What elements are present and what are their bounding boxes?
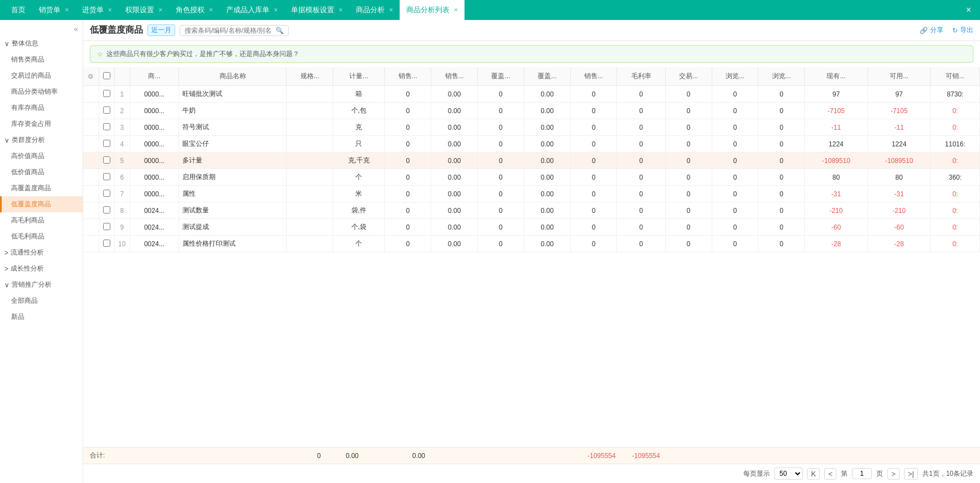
nav-item-商品分析[interactable]: 商品分析× bbox=[349, 0, 400, 20]
sidebar-item-低毛利商品[interactable]: 低毛利商品 bbox=[0, 228, 83, 245]
th-stock2[interactable]: 可用... bbox=[867, 67, 931, 86]
search-icon[interactable]: 🔍 bbox=[275, 27, 284, 34]
nav-item-单据模板设置[interactable]: 单据模板设置× bbox=[284, 0, 349, 20]
browse-link[interactable]: 0 bbox=[733, 157, 737, 165]
sidebar-item-有库存商品[interactable]: 有库存商品 bbox=[0, 100, 83, 116]
nav-close-icon[interactable]: × bbox=[65, 0, 69, 20]
nav-item-进货单[interactable]: 进货单× bbox=[75, 0, 119, 20]
sidebar-item-库存资金占用[interactable]: 库存资金占用 bbox=[0, 116, 83, 132]
row-checkbox[interactable] bbox=[103, 156, 110, 164]
sidebar-item-销售类商品[interactable]: 销售类商品 bbox=[0, 52, 83, 68]
th-sales2[interactable]: 销售... bbox=[431, 67, 478, 86]
browse-link[interactable]: 0 bbox=[733, 174, 737, 181]
row-checkbox[interactable] bbox=[103, 223, 110, 230]
sidebar-group-流通性分析[interactable]: >流通性分析 bbox=[0, 245, 83, 261]
table-row: 40000...眼宝公仔只00.0000.0000000122412241101… bbox=[83, 136, 980, 152]
nav-item-销货单[interactable]: 销货单× bbox=[32, 0, 75, 20]
browse-link[interactable]: 0 bbox=[733, 207, 737, 215]
sidebar-item-商品分类动销率[interactable]: 商品分类动销率 bbox=[0, 84, 83, 100]
th-no bbox=[114, 67, 130, 86]
nav-close-icon[interactable]: × bbox=[108, 0, 112, 20]
sidebar-item-高覆盖度商品[interactable]: 高覆盖度商品 bbox=[0, 180, 83, 196]
period-tag[interactable]: 近一月 bbox=[147, 24, 175, 36]
nav-close-icon[interactable]: × bbox=[159, 0, 162, 20]
th-browse2[interactable]: 浏览... bbox=[758, 67, 805, 86]
page-size-select[interactable]: 50 100 200 bbox=[774, 467, 803, 480]
browse-link[interactable]: 0 bbox=[733, 124, 737, 131]
next-page-btn[interactable]: > bbox=[887, 468, 900, 480]
sidebar-group-营销推广分析[interactable]: ∨营销推广分析 bbox=[0, 277, 83, 293]
export-btn[interactable]: ↻ 导出 bbox=[952, 26, 973, 35]
chevron-icon: > bbox=[4, 249, 8, 257]
th-code[interactable]: 商... bbox=[130, 67, 179, 86]
sidebar-item-新品[interactable]: 新品 bbox=[0, 309, 83, 325]
th-stock3[interactable]: 可销... bbox=[931, 67, 980, 86]
search-box: 🔍 bbox=[180, 25, 289, 36]
sidebar-collapse-btn[interactable]: « bbox=[0, 22, 83, 35]
first-page-btn[interactable]: K bbox=[807, 468, 820, 480]
row-checkbox[interactable] bbox=[103, 106, 110, 114]
nav-close-icon[interactable]: × bbox=[209, 0, 213, 20]
nav-close-icon[interactable]: × bbox=[339, 0, 343, 20]
row-checkbox[interactable] bbox=[103, 173, 110, 180]
nav-item-首页[interactable]: 首页 bbox=[4, 0, 32, 20]
th-stock1[interactable]: 现有... bbox=[805, 67, 868, 86]
nav-close-icon[interactable]: × bbox=[389, 0, 393, 20]
page-of-label: 页 bbox=[876, 469, 883, 479]
nav-item-角色授权[interactable]: 角色授权× bbox=[169, 0, 220, 20]
footer-label: 合计: bbox=[90, 451, 105, 460]
table-row: 90024...测试提成个,袋00.0000.0000000-60-600: bbox=[83, 219, 980, 236]
browse-link[interactable]: 0 bbox=[733, 190, 737, 198]
browse-link[interactable]: 0 bbox=[733, 223, 737, 231]
th-name[interactable]: 商品名称 bbox=[179, 67, 287, 86]
th-sales1[interactable]: 销售... bbox=[385, 67, 431, 86]
settings-th[interactable]: ⚙ bbox=[83, 67, 99, 86]
browse-link[interactable]: 0 bbox=[733, 90, 737, 98]
last-page-btn[interactable]: >| bbox=[904, 468, 918, 480]
sidebar-item-低价值商品[interactable]: 低价值商品 bbox=[0, 164, 83, 180]
browse-link[interactable]: 0 bbox=[733, 240, 737, 248]
th-sales3[interactable]: 销售... bbox=[570, 67, 617, 86]
info-banner: ☆ 这些商品只有很少客户购买过，是推广不够，还是商品本身问题？ bbox=[90, 45, 973, 63]
search-input[interactable] bbox=[185, 27, 273, 34]
page-input[interactable] bbox=[852, 468, 872, 479]
prev-page-btn[interactable]: < bbox=[824, 468, 836, 480]
sidebar-item-高毛利商品[interactable]: 高毛利商品 bbox=[0, 212, 83, 228]
export-icon: ↻ bbox=[952, 27, 958, 34]
sidebar-item-低覆盖度商品[interactable]: 低覆盖度商品 bbox=[0, 196, 83, 212]
table-row: 60000...启用保质期个00.0000.00000008080360: bbox=[83, 169, 980, 186]
row-checkbox[interactable] bbox=[103, 90, 110, 97]
sidebar-group-整体信息[interactable]: ∨整体信息 bbox=[0, 35, 83, 52]
row-checkbox[interactable] bbox=[103, 240, 110, 247]
share-btn[interactable]: 🔗 分享 bbox=[920, 26, 943, 35]
browse-link[interactable]: 0 bbox=[733, 140, 737, 148]
nav-item-权限设置[interactable]: 权限设置× bbox=[119, 0, 169, 20]
nav-close-icon[interactable]: × bbox=[274, 0, 278, 20]
th-cover2[interactable]: 覆盖... bbox=[524, 67, 570, 86]
table-container[interactable]: ⚙ 商... 商品名称 规格... 计量... 销售... 销售... 覆盖..… bbox=[83, 67, 980, 447]
page-title: 低覆盖度商品 bbox=[90, 24, 143, 36]
row-checkbox[interactable] bbox=[103, 140, 110, 147]
sidebar-item-全部商品[interactable]: 全部商品 bbox=[0, 293, 83, 309]
row-checkbox[interactable] bbox=[103, 190, 110, 197]
sidebar-group-成长性分析[interactable]: >成长性分析 bbox=[0, 261, 83, 277]
sidebar-item-高价值商品[interactable]: 高价值商品 bbox=[0, 148, 83, 164]
th-browse1[interactable]: 浏览... bbox=[712, 67, 758, 86]
sidebar-item-交易过的商品[interactable]: 交易过的商品 bbox=[0, 68, 83, 84]
row-checkbox[interactable] bbox=[103, 206, 110, 213]
th-unit[interactable]: 计量... bbox=[333, 67, 385, 86]
nav-item-商品分析列表[interactable]: 商品分析列表× bbox=[400, 0, 465, 20]
close-all-btn[interactable]: × bbox=[962, 5, 976, 15]
nav-close-icon[interactable]: × bbox=[454, 0, 458, 20]
sidebar-group-类群度分析[interactable]: ∨类群度分析 bbox=[0, 132, 83, 148]
checkbox-th[interactable] bbox=[99, 67, 114, 86]
browse-link[interactable]: 0 bbox=[733, 107, 737, 115]
th-cover1[interactable]: 覆盖... bbox=[478, 67, 524, 86]
th-gross[interactable]: 毛利率 bbox=[617, 67, 665, 86]
nav-item-产成品入库单[interactable]: 产成品入库单× bbox=[220, 0, 284, 20]
row-checkbox[interactable] bbox=[103, 123, 110, 130]
th-trade[interactable]: 交易... bbox=[665, 67, 712, 86]
footer-stock2: -1095554 bbox=[624, 452, 668, 460]
select-all-checkbox[interactable] bbox=[103, 72, 110, 79]
th-spec[interactable]: 规格... bbox=[287, 67, 333, 86]
